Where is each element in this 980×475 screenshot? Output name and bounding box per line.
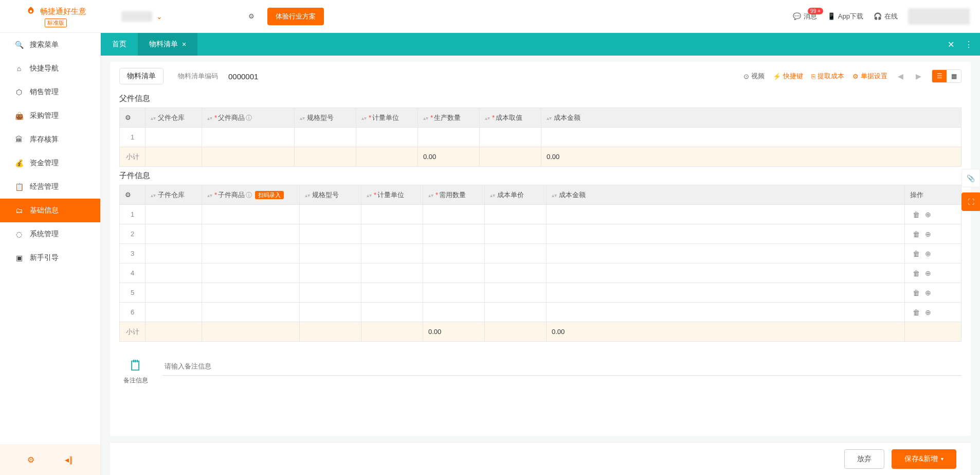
headset-icon: 🎧 — [874, 12, 882, 20]
tabs-more-button[interactable]: ⋮ — [961, 40, 976, 49]
promo-button[interactable]: 体验行业方案 — [267, 8, 324, 25]
col-parent-cost-basis[interactable]: ▴▾*成本取值 — [480, 108, 541, 128]
col-child-spec[interactable]: ▴▾规格型号 — [300, 185, 361, 205]
col-child-warehouse[interactable]: ▴▾子件仓库 — [146, 185, 202, 205]
help-icon[interactable]: ⓘ — [246, 191, 252, 199]
table-row[interactable]: 1 — [120, 128, 961, 147]
bag-icon: 👜 — [14, 111, 24, 120]
org-selector[interactable]: ⌄ — [121, 11, 240, 22]
extract-cost-button[interactable]: ⎘提取成本 — [811, 72, 844, 81]
add-row-button[interactable]: ⊕ — [925, 230, 931, 238]
save-and-new-button[interactable]: 保存&新增 ▾ — [892, 449, 956, 469]
form-icon: 🗂 — [14, 206, 24, 215]
col-parent-unit[interactable]: ▴▾*计量单位 — [356, 108, 418, 128]
sidebar-item-inventory[interactable]: 🏛库存核算 — [0, 128, 100, 151]
table-row[interactable]: 6🗑⊕ — [120, 303, 961, 322]
messages-button[interactable]: 💬 消息 99 + — [793, 12, 817, 21]
add-row-button[interactable]: ⊕ — [925, 210, 931, 219]
sidebar-footer: ⚙ ◂∥ — [0, 444, 100, 475]
org-settings-button[interactable]: ⚙ — [244, 9, 259, 24]
sort-icon: ▴▾ — [305, 193, 310, 198]
app-download-button[interactable]: 📱 App下载 — [827, 12, 863, 21]
add-row-button[interactable]: ⊕ — [925, 289, 931, 297]
gear-icon: ⚙ — [852, 73, 859, 80]
sidebar-item-basicinfo[interactable]: 🗂基础信息 — [0, 199, 100, 222]
col-child-cost-amount[interactable]: ▴▾成本金额 — [547, 185, 905, 205]
sidebar-item-label: 搜索菜单 — [30, 40, 59, 49]
child-table: ⚙ ▴▾子件仓库 ▴▾*子件商品ⓘ扫码录入 ▴▾规格型号 ▴▾*计量单位 ▴▾*… — [119, 185, 961, 342]
floating-toolbar: 📎 ⛶ — [961, 169, 980, 211]
expand-icon: ⛶ — [968, 198, 974, 206]
sort-icon: ▴▾ — [490, 193, 495, 198]
next-doc-button[interactable]: ▶ — [914, 72, 923, 80]
table-row[interactable]: 4🗑⊕ — [120, 263, 961, 283]
sort-icon: ▴▾ — [151, 193, 156, 198]
view-list-button[interactable]: ☰ — [932, 70, 947, 82]
table-row[interactable]: 5🗑⊕ — [120, 283, 961, 303]
delete-row-button[interactable]: 🗑 — [913, 210, 920, 219]
add-row-button[interactable]: ⊕ — [925, 250, 931, 258]
sidebar-item-operation[interactable]: 📋经营管理 — [0, 175, 100, 199]
home-icon: ⌂ — [14, 64, 24, 73]
table-row[interactable]: 2🗑⊕ — [120, 224, 961, 244]
sidebar-item-finance[interactable]: 💰资金管理 — [0, 151, 100, 175]
add-row-button[interactable]: ⊕ — [925, 308, 931, 316]
delete-row-button[interactable]: 🗑 — [913, 308, 920, 316]
sidebar-item-label: 库存核算 — [30, 135, 59, 144]
col-parent-spec[interactable]: ▴▾规格型号 — [295, 108, 356, 128]
user-avatar-redacted[interactable] — [908, 8, 970, 25]
sidebar-item-quicknav[interactable]: ⌂快捷导航 — [0, 57, 100, 80]
clipboard-icon: 📋 — [14, 182, 24, 191]
col-parent-qty[interactable]: ▴▾*生产数量 — [418, 108, 480, 128]
sort-icon: ▴▾ — [300, 116, 305, 120]
sidebar-item-search[interactable]: 🔍搜索菜单 — [0, 33, 100, 57]
close-icon[interactable]: × — [182, 40, 186, 48]
col-parent-cost-amount[interactable]: ▴▾成本金额 — [541, 108, 961, 128]
doc-settings-button[interactable]: ⚙单据设置 — [852, 72, 887, 81]
col-child-qty[interactable]: ▴▾*需用数量 — [423, 185, 485, 205]
scan-entry-button[interactable]: 扫码录入 — [255, 191, 284, 199]
video-help-button[interactable]: ⊙视频 — [743, 72, 765, 81]
tab-home[interactable]: 首页 — [101, 33, 138, 56]
sidebar-item-label: 资金管理 — [30, 159, 59, 168]
shortcut-button[interactable]: ⚡快捷键 — [773, 72, 803, 81]
fullscreen-button[interactable]: ⛶ — [961, 192, 980, 211]
table-row[interactable]: 3🗑⊕ — [120, 244, 961, 263]
col-child-unit-cost[interactable]: ▴▾成本单价 — [485, 185, 547, 205]
sidebar-settings-button[interactable]: ⚙ — [27, 455, 34, 465]
doc-code-value: 0000001 — [228, 72, 258, 81]
child-subtotal-amount: 0.00 — [547, 322, 905, 342]
help-icon[interactable]: ⓘ — [246, 114, 252, 121]
remark-input[interactable] — [162, 357, 961, 376]
brand-edition: 标准版 — [45, 19, 67, 27]
delete-row-button[interactable]: 🗑 — [913, 250, 920, 258]
add-row-button[interactable]: ⊕ — [925, 269, 931, 277]
sort-icon: ▴▾ — [151, 116, 156, 120]
online-support-button[interactable]: 🎧 在线 — [874, 12, 898, 21]
col-child-unit[interactable]: ▴▾*计量单位 — [361, 185, 423, 205]
sidebar-collapse-button[interactable]: ◂∥ — [65, 455, 73, 465]
view-card-button[interactable]: ▦ — [947, 70, 961, 82]
chat-icon: 💬 — [793, 12, 801, 20]
prev-doc-button[interactable]: ◀ — [896, 72, 905, 80]
discard-button[interactable]: 放弃 — [844, 449, 884, 469]
doc-type-tab[interactable]: 物料清单 — [119, 68, 164, 84]
table-row[interactable]: 1🗑⊕ — [120, 205, 961, 224]
attachment-button[interactable]: 📎 — [961, 169, 980, 187]
sidebar-item-system[interactable]: ◌系统管理 — [0, 222, 100, 246]
row-settings-header[interactable]: ⚙ — [120, 185, 146, 205]
sidebar-item-sales[interactable]: ⬡销售管理 — [0, 80, 100, 104]
delete-row-button[interactable]: 🗑 — [913, 289, 920, 297]
delete-row-button[interactable]: 🗑 — [913, 230, 920, 238]
row-settings-header[interactable]: ⚙ — [120, 108, 146, 128]
tabs-close-all-button[interactable]: ✕ — [945, 40, 957, 49]
sidebar-item-label: 采购管理 — [30, 111, 59, 120]
tab-bom[interactable]: 物料清单 × — [138, 33, 197, 56]
sidebar-item-guide[interactable]: ▣新手引导 — [0, 246, 100, 270]
col-parent-warehouse[interactable]: ▴▾父件仓库 — [146, 108, 202, 128]
col-parent-product[interactable]: ▴▾*父件商品ⓘ — [202, 108, 295, 128]
sidebar-item-purchase[interactable]: 👜采购管理 — [0, 104, 100, 128]
parent-subtotal-row: 小计 0.00 0.00 — [120, 147, 961, 167]
delete-row-button[interactable]: 🗑 — [913, 269, 920, 277]
col-child-product[interactable]: ▴▾*子件商品ⓘ扫码录入 — [202, 185, 300, 205]
